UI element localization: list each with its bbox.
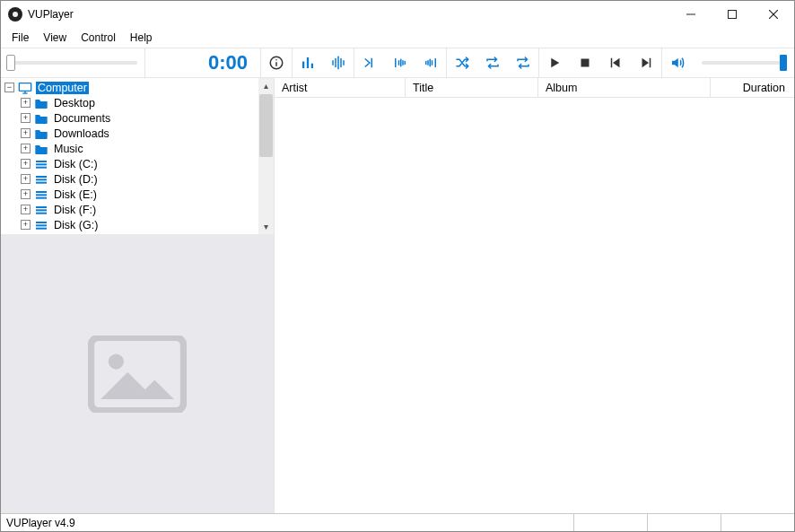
folder-icon <box>34 127 48 140</box>
shuffle-button[interactable] <box>447 48 477 77</box>
menu-help[interactable]: Help <box>123 30 160 46</box>
expand-icon[interactable]: + <box>21 220 31 230</box>
time-display: 0:00 <box>145 48 260 77</box>
svg-rect-38 <box>36 191 47 193</box>
repeat-track-button[interactable] <box>477 48 508 77</box>
folder-tree[interactable]: − Computer +Desktop+Documents+Downloads+… <box>1 78 274 234</box>
skip-to-button[interactable] <box>354 48 385 77</box>
scroll-up-icon[interactable]: ▴ <box>258 78 274 93</box>
tree-item[interactable]: +Music <box>4 141 274 156</box>
svg-rect-9 <box>311 64 313 68</box>
equalizer-button[interactable] <box>293 48 323 77</box>
folder-icon <box>34 97 48 109</box>
folder-icon <box>34 143 48 155</box>
expand-icon[interactable]: + <box>21 174 31 184</box>
tree-item-computer[interactable]: − Computer <box>4 80 274 95</box>
album-art-panel <box>1 234 274 513</box>
playlist[interactable] <box>275 98 794 513</box>
tree-scrollbar[interactable]: ▴ ▾ <box>258 78 274 234</box>
tree-label: Disk (G:) <box>52 219 100 231</box>
svg-point-6 <box>275 59 277 61</box>
left-panel: − Computer +Desktop+Documents+Downloads+… <box>1 78 275 513</box>
disk-icon <box>34 219 48 231</box>
visualizer-button[interactable] <box>323 48 354 77</box>
disk-icon <box>34 173 48 186</box>
tree-item[interactable]: +Disk (C:) <box>4 156 274 171</box>
expand-icon[interactable]: + <box>21 189 31 199</box>
svg-rect-40 <box>36 196 47 198</box>
menu-view[interactable]: View <box>36 30 74 46</box>
svg-rect-26 <box>581 59 590 67</box>
expand-icon[interactable]: + <box>21 98 31 108</box>
col-duration[interactable]: Duration <box>711 78 794 97</box>
svg-rect-28 <box>650 58 651 68</box>
svg-rect-32 <box>36 161 47 162</box>
svg-rect-27 <box>611 58 613 68</box>
scroll-down-icon[interactable]: ▾ <box>258 219 274 234</box>
svg-rect-39 <box>36 194 47 196</box>
tree-label: Disk (F:) <box>52 204 98 216</box>
svg-rect-45 <box>36 224 47 226</box>
tree-item[interactable]: +Documents <box>4 110 274 126</box>
collapse-icon[interactable]: − <box>4 83 14 92</box>
minimize-button[interactable] <box>670 1 712 28</box>
col-artist[interactable]: Artist <box>275 78 406 97</box>
tree-item[interactable]: +Desktop <box>4 95 274 110</box>
tree-label: Documents <box>52 112 112 125</box>
tree-label: Disk (E:) <box>52 188 99 201</box>
tree-item[interactable]: +Disk (G:) <box>4 217 274 232</box>
tree-item[interactable]: +Disk (F:) <box>4 202 274 217</box>
tree-label: Music <box>52 143 85 155</box>
tree-item[interactable]: +Disk (E:) <box>4 187 274 202</box>
tree-label: Disk (C:) <box>52 158 100 170</box>
cue-forward-button[interactable] <box>415 48 446 77</box>
tree-label: Computer <box>36 82 89 94</box>
seek-slider[interactable] <box>1 48 144 77</box>
toolbar: 0:00 <box>1 48 794 78</box>
svg-rect-43 <box>36 212 47 214</box>
tree-item[interactable]: +Disk (D:) <box>4 171 274 187</box>
folder-icon <box>34 112 48 125</box>
svg-rect-36 <box>36 179 47 180</box>
status-cell-3 <box>721 514 794 531</box>
menu-control[interactable]: Control <box>74 30 123 46</box>
info-button[interactable] <box>261 48 292 77</box>
expand-icon[interactable]: + <box>21 205 31 214</box>
window-title: VUPlayer <box>28 8 74 21</box>
stop-button[interactable] <box>570 48 600 77</box>
next-button[interactable] <box>631 48 661 77</box>
status-cell-1 <box>573 514 647 531</box>
app-icon <box>8 7 22 22</box>
status-bar: VUPlayer v4.9 <box>1 513 794 531</box>
svg-rect-34 <box>36 166 47 168</box>
cue-back-button[interactable] <box>385 48 415 77</box>
svg-rect-7 <box>302 62 304 69</box>
col-album[interactable]: Album <box>538 78 711 97</box>
scroll-thumb[interactable] <box>259 94 273 157</box>
playlist-panel: Artist Title Album Duration <box>275 78 794 513</box>
svg-rect-8 <box>307 57 309 68</box>
svg-rect-1 <box>729 11 737 19</box>
svg-rect-33 <box>36 163 47 165</box>
repeat-all-button[interactable] <box>508 48 538 77</box>
col-title[interactable]: Title <box>406 78 538 97</box>
expand-icon[interactable]: + <box>21 128 31 138</box>
svg-rect-42 <box>36 209 47 211</box>
expand-icon[interactable]: + <box>21 159 31 169</box>
expand-icon[interactable]: + <box>21 144 31 153</box>
expand-icon[interactable]: + <box>21 113 31 123</box>
monitor-icon <box>18 82 32 94</box>
play-button[interactable] <box>539 48 570 77</box>
tree-item[interactable]: +Downloads <box>4 126 274 141</box>
previous-button[interactable] <box>600 48 631 77</box>
volume-icon[interactable] <box>662 48 693 77</box>
close-button[interactable] <box>753 1 794 28</box>
volume-slider[interactable] <box>693 48 794 77</box>
svg-rect-37 <box>36 181 47 183</box>
svg-rect-35 <box>36 176 47 178</box>
main-area: − Computer +Desktop+Documents+Downloads+… <box>1 78 794 513</box>
tree-label: Desktop <box>52 97 97 109</box>
disk-icon <box>34 188 48 201</box>
menu-file[interactable]: File <box>4 30 36 46</box>
maximize-button[interactable] <box>712 1 753 28</box>
